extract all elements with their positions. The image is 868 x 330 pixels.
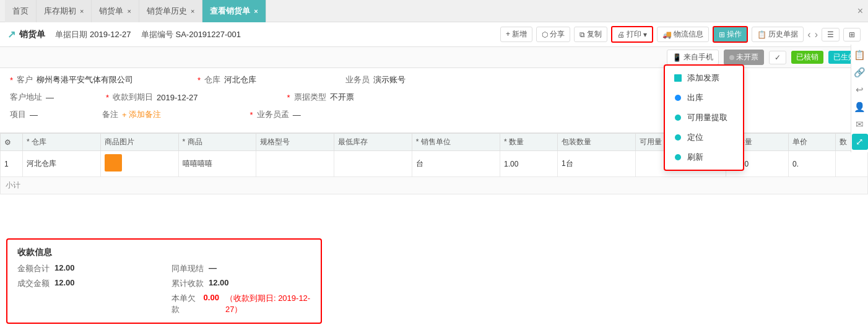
staff-label: 业务员: [345, 74, 370, 85]
col-min-stock: 最低库存: [334, 134, 412, 151]
menu-locate-label: 定位: [687, 132, 703, 143]
form-number-label: 单据编号: [141, 29, 173, 40]
form-date-label: 单据日期: [55, 29, 87, 40]
logistics-icon: 🚚: [662, 30, 672, 39]
total-amount-row: 金额合计 12.00: [17, 263, 157, 274]
same-order-row: 同单现结 —: [171, 263, 311, 274]
form-header: ↗ 销货单 单据日期 2019-12-27 单据编号 SA-20191227-0…: [0, 22, 868, 47]
due-date-label: 收款到期日: [113, 92, 153, 103]
refresh-icon: [674, 153, 682, 162]
tab-history-close[interactable]: ×: [191, 7, 194, 15]
payment-title: 收款信息: [17, 247, 311, 258]
tab-home[interactable]: 首页: [5, 0, 37, 22]
transaction-value: 12.00: [54, 278, 75, 289]
print-button[interactable]: 🖨 打印 ▾: [611, 26, 653, 43]
payment-grid: 金额合计 12.00 成交金额 12.00 同单现结 — 累计收款: [17, 263, 311, 315]
sold-badge: 已核销: [791, 51, 823, 64]
row-image: [100, 151, 178, 177]
staff-value: 演示账号: [373, 74, 406, 85]
right-col: 同单现结 — 累计收款 12.00 本单欠款 0.00 （收款到期日: 2019…: [171, 263, 311, 315]
row-product: 嘻嘻嘻嘻: [178, 151, 256, 177]
not-open-dot: [729, 55, 734, 60]
operation-button[interactable]: ⊞ 操作: [713, 26, 748, 43]
due-date-value: 2019-12-27: [157, 93, 198, 102]
menu-item-add-invoice[interactable]: 添加发票: [665, 68, 743, 88]
not-open-button[interactable]: 未开票: [724, 50, 764, 65]
row-warehouse: 河北仓库: [23, 151, 101, 177]
new-button[interactable]: + 新增: [500, 27, 532, 42]
customer-label: 客户: [17, 74, 33, 85]
tab-view-close[interactable]: ×: [254, 7, 258, 15]
copy-icon: ⧉: [579, 30, 585, 39]
tab-sales-order[interactable]: 销货单 ×: [92, 0, 139, 22]
subtotal-row: 小计: [1, 177, 868, 194]
address-field: 客户地址 —: [10, 92, 54, 103]
share-icon: ⬡: [542, 30, 548, 39]
sales-order-icon: ↗: [7, 28, 15, 40]
sidebar-icon-link[interactable]: 🔗: [852, 64, 868, 80]
project-field: 项目 —: [10, 109, 38, 120]
menu-item-out-warehouse[interactable]: 出库: [665, 88, 743, 108]
form-doc-type: 销货单: [19, 29, 45, 40]
total-row: 金额合计 12.00 成交金额 12.00: [17, 263, 157, 315]
row-spec: [256, 151, 334, 177]
project-label: 项目: [10, 109, 26, 120]
same-order-label: 同单现结: [171, 263, 204, 274]
col-spec: 规格型号: [256, 134, 334, 151]
menu-item-refresh[interactable]: 刷新: [665, 147, 743, 167]
customer-value: 柳州粤港平安气体有限公司: [37, 74, 133, 85]
add-note-button[interactable]: + 添加备注: [122, 109, 161, 120]
due-payment-label: 本单欠款: [171, 293, 199, 315]
cumulative-value: 12.00: [209, 278, 229, 289]
same-order-value: —: [209, 263, 217, 274]
sidebar-icon-mail[interactable]: ✉: [852, 116, 868, 132]
col-quantity: * 数量: [500, 134, 558, 151]
tab-sales-close[interactable]: ×: [127, 7, 131, 15]
staff2-value: —: [293, 110, 301, 119]
share-button[interactable]: ⬡ 分享: [536, 27, 570, 42]
locate-icon: [674, 133, 682, 142]
nav-next-icon[interactable]: ›: [815, 29, 818, 40]
menu-item-available-extract[interactable]: 可用量提取: [665, 108, 743, 128]
sidebar-icon-expand[interactable]: ⤢: [852, 134, 868, 150]
tab-inventory-close[interactable]: ×: [80, 7, 84, 15]
col-pack-qty: 包装数量: [557, 134, 635, 151]
copy-button[interactable]: ⧉ 复制: [574, 27, 607, 42]
row-pack-qty: 1台: [557, 151, 635, 177]
nav-prev-icon[interactable]: ‹: [807, 29, 810, 40]
ticket-label: 票据类型: [294, 92, 326, 103]
tab-bar: 首页 库存期初 × 销货单 × 销货单历史 × 查看销货单 × ×: [0, 0, 868, 22]
list-view-button[interactable]: ☰: [822, 28, 840, 41]
menu-out-warehouse-label: 出库: [687, 92, 703, 103]
check1-button[interactable]: ✓: [769, 51, 786, 64]
due-date-field: * 收款到期日 2019-12-27: [106, 92, 198, 103]
tab-inventory-init[interactable]: 库存期初 ×: [37, 0, 92, 22]
from-phone-button[interactable]: 📱 来自手机: [667, 50, 719, 65]
col-product: * 商品: [178, 134, 256, 151]
history-button[interactable]: 📋 历史单据: [752, 27, 804, 42]
window-close-icon[interactable]: ×: [857, 6, 863, 17]
ticket-value: 不开票: [330, 92, 354, 103]
form-number-value: SA-20191227-001: [176, 30, 241, 39]
sidebar-icon-doc[interactable]: 📋: [852, 47, 868, 63]
print-dropdown-arrow: ▾: [643, 30, 647, 39]
transaction-label: 成交金额: [17, 278, 50, 289]
out-warehouse-icon: [674, 93, 682, 102]
cumulative-row: 累计收款 12.00: [171, 278, 311, 289]
menu-item-locate[interactable]: 定位: [665, 128, 743, 147]
tab-sales-label: 销货单: [99, 6, 123, 17]
grid-view-button[interactable]: ⊞: [843, 28, 861, 41]
logistics-button[interactable]: 🚚 物流信息: [657, 27, 709, 42]
tab-sales-history[interactable]: 销货单历史 ×: [139, 0, 202, 22]
col-warehouse: * 仓库: [23, 134, 101, 151]
col-settings[interactable]: ⚙: [1, 134, 23, 151]
subtotal-label: 小计: [1, 177, 868, 194]
total-value: 12.00: [54, 263, 75, 274]
content-area: ↗ 销货单 单据日期 2019-12-27 单据编号 SA-20191227-0…: [0, 22, 868, 330]
sidebar-icon-return[interactable]: ↩: [852, 82, 868, 98]
row-unit-price: 0.: [789, 151, 836, 177]
ticket-field: * 票据类型 不开票: [287, 92, 354, 103]
form-number-field: 单据编号 SA-20191227-001: [141, 29, 241, 40]
tab-view-sales[interactable]: 查看销货单 ×: [202, 0, 266, 22]
sidebar-icon-user[interactable]: 👤: [852, 99, 868, 115]
